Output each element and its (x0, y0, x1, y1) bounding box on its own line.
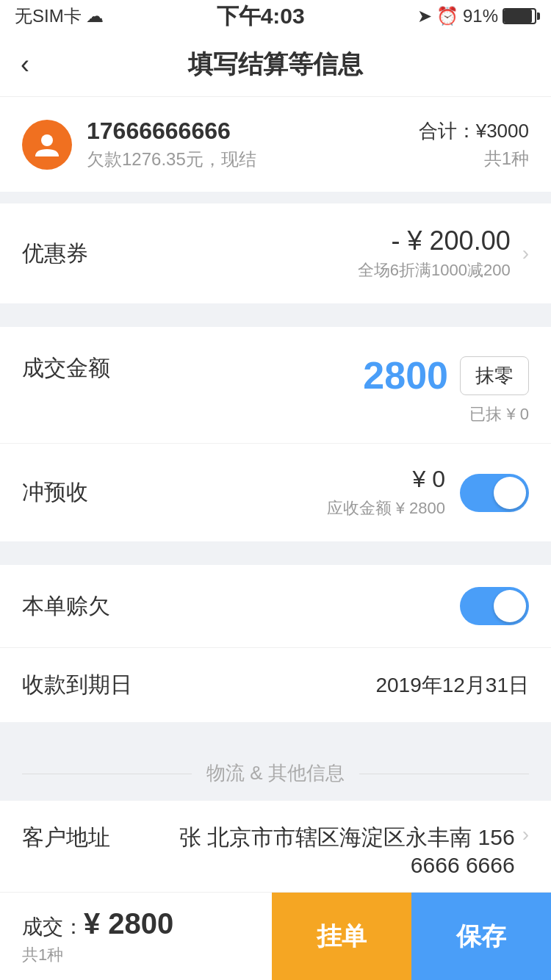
customer-left: 17666666666 欠款1276.35元，现结 (22, 118, 256, 171)
total-count: 共1种 (419, 147, 529, 170)
deal-top: 2800 抹零 (363, 353, 529, 397)
divider-2 (0, 553, 551, 565)
prepay-row: 冲预收 ¥ 0 应收金额 ¥ 2800 (0, 444, 551, 541)
header: ‹ 填写结算等信息 (0, 32, 551, 97)
due-date-right: 2019年12月31日 (132, 671, 529, 699)
debt-label: 本单赊欠 (22, 591, 110, 621)
total-amount: 合计：¥3000 (419, 118, 529, 144)
address-value: 张 北京市市辖区海淀区永丰南 156 6666 6666 (125, 823, 522, 878)
logistics-label-row: 物流 & 其他信息 (0, 746, 551, 801)
deal-sub-text: 已抹 ¥ 0 (469, 403, 529, 425)
coupon-right: - ¥ 200.00 全场6折满1000减200 › (88, 226, 529, 281)
sim-status: 无SIM卡 ☁ (15, 4, 104, 28)
deal-amount-label: 成交金额 (22, 353, 110, 383)
deal-amount-right: 2800 抹零 已抹 ¥ 0 (363, 353, 529, 425)
bottom-count: 共1种 (22, 944, 250, 966)
battery-percent: 91% (463, 6, 498, 26)
divider-3 (0, 734, 551, 746)
debt-toggle-circle (494, 590, 526, 622)
due-date-value: 2019年12月31日 (375, 671, 529, 699)
debt-toggle[interactable] (460, 587, 529, 625)
customer-card: 17666666666 欠款1276.35元，现结 合计：¥3000 共1种 (0, 97, 551, 192)
bottom-deal-info: 成交：¥ 2800 (22, 907, 250, 941)
deal-amount-value: 2800 (363, 353, 448, 397)
debt-row: 本单赊欠 (0, 565, 551, 648)
customer-debt: 欠款1276.35元，现结 (87, 148, 256, 171)
prepay-label: 冲预收 (22, 478, 88, 508)
due-date-row: 收款到期日 2019年12月31日 (0, 648, 551, 722)
coupon-label: 优惠券 (22, 239, 88, 269)
save-button[interactable]: 保存 (411, 893, 551, 981)
coupon-section: 优惠券 - ¥ 200.00 全场6折满1000减200 › (0, 203, 551, 303)
prepay-right: ¥ 0 应收金额 ¥ 2800 (327, 466, 529, 519)
prepay-sub: 应收金额 ¥ 2800 (327, 497, 445, 519)
chevron-right-icon: › (522, 242, 529, 265)
coupon-row[interactable]: 优惠券 - ¥ 200.00 全场6折满1000减200 › (0, 203, 551, 303)
status-right: ➤ ⏰ 91% (417, 6, 536, 26)
prepay-col: ¥ 0 应收金额 ¥ 2800 (327, 466, 445, 519)
customer-info: 17666666666 欠款1276.35元，现结 (87, 118, 256, 171)
bottom-bar: 成交：¥ 2800 共1种 挂单 保存 (0, 892, 551, 980)
deal-amount-row: 成交金额 2800 抹零 已抹 ¥ 0 (0, 327, 551, 444)
debt-right (110, 587, 529, 625)
hold-button[interactable]: 挂单 (272, 893, 411, 981)
debt-section: 本单赊欠 收款到期日 2019年12月31日 (0, 565, 551, 722)
prepay-toggle[interactable] (460, 474, 529, 512)
content-area: 17666666666 欠款1276.35元，现结 合计：¥3000 共1种 优… (0, 97, 551, 980)
deal-amount-section: 成交金额 2800 抹零 已抹 ¥ 0 冲预收 ¥ 0 应收金额 ¥ 2800 (0, 327, 551, 541)
bottom-deal-label: 成交： (22, 915, 84, 938)
location-icon: ➤ (417, 6, 432, 26)
address-row[interactable]: 客户地址 张 北京市市辖区海淀区永丰南 156 6666 6666 › (0, 801, 551, 900)
page-title: 填写结算等信息 (188, 48, 363, 82)
address-chevron-icon: › (522, 823, 529, 846)
coupon-info: - ¥ 200.00 全场6折满1000减200 (358, 226, 511, 281)
coupon-amount: - ¥ 200.00 (392, 226, 511, 256)
prepay-amount: ¥ 0 (413, 466, 445, 493)
status-left: 无SIM卡 ☁ (15, 4, 104, 28)
customer-right: 合计：¥3000 共1种 (419, 118, 529, 170)
status-bar: 无SIM卡 ☁ 下午4:03 ➤ ⏰ 91% (0, 0, 551, 32)
due-date-label: 收款到期日 (22, 670, 132, 700)
round-button[interactable]: 抹零 (460, 356, 529, 395)
logistics-label: 物流 & 其他信息 (192, 760, 359, 786)
avatar (22, 120, 72, 170)
back-button[interactable]: ‹ (21, 49, 29, 80)
toggle-circle (494, 477, 526, 509)
bottom-deal-amount: ¥ 2800 (84, 907, 173, 940)
divider-1 (0, 315, 551, 327)
customer-phone: 17666666666 (87, 118, 256, 145)
battery-icon (503, 8, 536, 24)
bottom-summary: 成交：¥ 2800 共1种 (0, 907, 272, 966)
coupon-desc: 全场6折满1000减200 (358, 259, 511, 281)
address-section: 客户地址 张 北京市市辖区海淀区永丰南 156 6666 6666 › (0, 801, 551, 900)
status-time: 下午4:03 (217, 1, 305, 32)
alarm-icon: ⏰ (436, 6, 458, 26)
address-label: 客户地址 (22, 823, 110, 853)
svg-point-0 (41, 134, 53, 146)
